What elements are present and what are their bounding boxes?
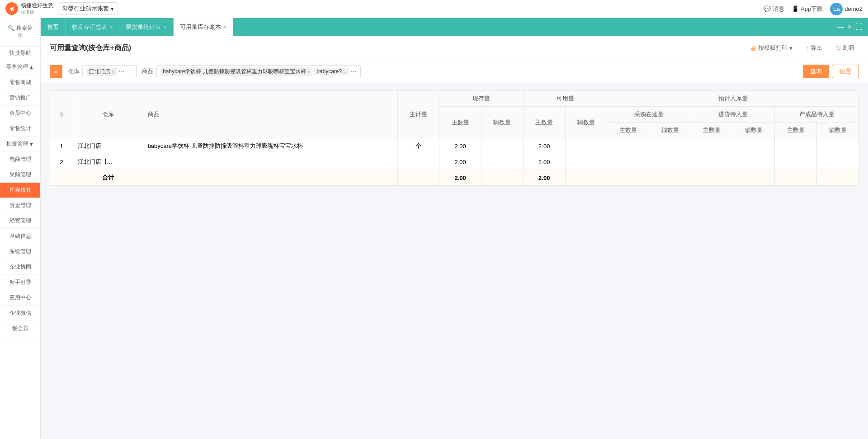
sidebar-item-enterprise[interactable]: 企业协同 xyxy=(0,260,40,275)
cell-incoming-main xyxy=(691,154,733,170)
page-header: 可用量查询(按仓库+商品) 🖨 按模板打印 ▾ ↑ 导出 ↻ 刷新 xyxy=(41,36,868,60)
tab-home[interactable]: 首页 xyxy=(41,18,66,36)
cell-unit: 个 xyxy=(397,138,439,154)
cell-index: 2 xyxy=(50,154,73,170)
cell-production-main xyxy=(775,154,817,170)
sidebar-item-new-guide[interactable]: 新手引导 xyxy=(0,275,40,290)
col-forecast-group-header: 预计入库量 xyxy=(607,91,859,107)
sidebar-item-label: 零售管理 xyxy=(6,63,28,71)
filter-toggle-button[interactable]: » xyxy=(50,65,62,78)
sidebar-item-purchase[interactable]: 采购管理 xyxy=(0,167,40,183)
table-area: ⚙ 仓库 商品 主计量 现存量 可用量 预计入库量 主数量 辅数量 主数量 xyxy=(41,83,868,439)
cell-production-aux xyxy=(817,154,859,170)
tab-close-icon[interactable]: × xyxy=(224,24,226,30)
download-label: App下载 xyxy=(801,5,823,13)
product-tag1: babycare学饮杯 儿童防摔防撞吸管杯重力球吸嘴杯宝宝水杯 × xyxy=(160,67,312,76)
sidebar-item-ecommerce[interactable]: 电商管理 xyxy=(0,152,40,167)
sidebar-item-changyuaun[interactable]: 畅会员 xyxy=(0,321,40,336)
product-more-icon[interactable]: ··· xyxy=(350,67,356,76)
tab-label: 可用量库存账本 xyxy=(180,23,221,31)
tab-label: 要货单统计表 xyxy=(126,23,161,31)
sidebar-item-system[interactable]: 系统管理 xyxy=(0,244,40,260)
sidebar-item-label: 会员中心 xyxy=(9,110,31,116)
toggle-icon: » xyxy=(54,68,58,75)
table-footer-row: 合计 2.00 2.00 xyxy=(50,170,859,186)
more-icon[interactable]: ··· xyxy=(118,67,124,76)
col-warehouse-header: 仓库 xyxy=(73,91,143,138)
sidebar-item-inventory[interactable]: 库存核算 xyxy=(0,183,40,198)
sidebar-item-retail-mgmt[interactable]: 零售管理 ▲ xyxy=(0,60,40,75)
sidebar-item-retail-stats[interactable]: 零售统计 xyxy=(0,121,40,137)
tab-close-icon[interactable]: × xyxy=(164,24,166,30)
download-nav[interactable]: 📱 App下载 xyxy=(792,5,823,13)
col-gear[interactable]: ⚙ xyxy=(50,91,73,138)
col-product-header: 商品 xyxy=(143,91,397,138)
tab-close-icon[interactable]: × xyxy=(110,24,113,30)
message-nav[interactable]: 💬 消息 xyxy=(764,5,784,13)
avatar: Ea xyxy=(830,3,843,15)
filter-bar: » 仓库 江北门店 × ··· 商品 xyxy=(41,60,868,83)
sidebar-item-basic-info[interactable]: 基础信息 xyxy=(0,229,40,244)
expand-icon[interactable]: ⛶ xyxy=(855,23,863,31)
sidebar-item-label: 基础信息 xyxy=(9,233,31,239)
warehouse-tag-text: 江北门店 xyxy=(89,68,110,76)
sidebar-item-label: 企业微信 xyxy=(9,310,31,316)
cell-incoming-aux xyxy=(733,154,775,170)
sidebar-item-retail-mall[interactable]: 零售商城 xyxy=(0,75,40,90)
search-menu-button[interactable]: 🔍 搜索菜单 xyxy=(4,22,37,42)
quick-nav[interactable]: 快捷导航 xyxy=(0,47,40,60)
product-input[interactable]: babycare学饮杯 儿童防摔防撞吸管杯重力球吸嘴杯宝宝水杯 × babyca… xyxy=(156,65,361,78)
logo-text-block: 畅捷通好生意 标准版 xyxy=(21,2,53,15)
cell-available-aux xyxy=(565,138,607,154)
sidebar-item-label: 系统管理 xyxy=(9,248,31,255)
col-incoming-aux-header: 辅数量 xyxy=(733,123,775,138)
main-layout: 🔍 搜索菜单 快捷导航 零售管理 ▲ 零售商城 营销推广 会员中心 零售统计 批… xyxy=(0,18,868,439)
query-button[interactable]: 查询 xyxy=(803,65,829,78)
tab-receive-summary[interactable]: 收发存汇总表 × xyxy=(66,18,119,36)
page-actions: 🖨 按模板打印 ▾ ↑ 导出 ↻ 刷新 xyxy=(746,42,859,54)
tab-available-inventory[interactable]: 可用量库存账本 × xyxy=(174,18,233,36)
tab-order-stats[interactable]: 要货单统计表 × xyxy=(119,18,173,36)
sidebar-item-enterprise-wechat[interactable]: 企业微信 xyxy=(0,306,40,321)
sidebar-item-finance[interactable]: 资金管理 xyxy=(0,198,40,213)
org-selector[interactable]: 母婴行业演示账套 ▾ xyxy=(58,2,118,15)
sidebar-item-operations[interactable]: 经营管理 xyxy=(0,213,40,229)
product-tag2: babycare?... xyxy=(314,68,349,75)
sidebar-item-label: 畅会员 xyxy=(12,325,28,331)
sidebar-item-label: 采购管理 xyxy=(9,171,31,178)
sidebar-item-app-center[interactable]: 应用中心 xyxy=(0,290,40,306)
warehouse-input[interactable]: 江北门店 × ··· xyxy=(82,65,137,78)
close-tab-icon[interactable]: × xyxy=(848,23,852,31)
cell-warehouse: 江北门店【... xyxy=(73,154,143,170)
footer-stock-main: 2.00 xyxy=(439,170,481,186)
product-tag1-close[interactable]: × xyxy=(307,69,310,74)
cell-warehouse: 江北门店 xyxy=(73,138,143,154)
cell-available-aux xyxy=(565,154,607,170)
footer-label: 合计 xyxy=(73,170,143,186)
cell-stock-main: 2.00 xyxy=(439,138,481,154)
warehouse-tag-close[interactable]: × xyxy=(112,69,114,74)
sidebar-item-marketing[interactable]: 营销推广 xyxy=(0,90,40,106)
refresh-button[interactable]: ↻ 刷新 xyxy=(831,42,859,54)
product-label: 商品 xyxy=(142,67,154,76)
cell-product xyxy=(143,154,397,170)
sidebar-item-wholesale[interactable]: 批发管理 ▼ xyxy=(0,137,40,152)
warehouse-filter: 仓库 江北门店 × ··· xyxy=(68,65,137,78)
org-name: 母婴行业演示账套 xyxy=(62,5,109,13)
logo-sub: 标准版 xyxy=(21,9,53,15)
header-left: 畅 畅捷通好生意 标准版 母婴行业演示账套 ▾ xyxy=(5,2,118,15)
user-nav[interactable]: Ea demo2 xyxy=(830,3,863,15)
cell-purchase-transit-aux xyxy=(649,154,691,170)
svg-text:畅: 畅 xyxy=(10,7,14,11)
sidebar-item-member[interactable]: 会员中心 xyxy=(0,106,40,121)
print-button[interactable]: 🖨 按模板打印 ▾ xyxy=(746,42,797,54)
gear-icon[interactable]: ⚙ xyxy=(59,111,64,118)
sidebar-item-label: 资金管理 xyxy=(9,202,31,208)
warehouse-label: 仓库 xyxy=(68,67,80,76)
minimize-icon[interactable]: — xyxy=(837,23,844,31)
cell-purchase-transit-aux xyxy=(649,138,691,154)
export-button[interactable]: ↑ 导出 xyxy=(802,42,827,54)
footer-available-main: 2.00 xyxy=(523,170,565,186)
setting-button[interactable]: 设置 xyxy=(832,65,859,78)
cell-stock-aux xyxy=(481,138,524,154)
